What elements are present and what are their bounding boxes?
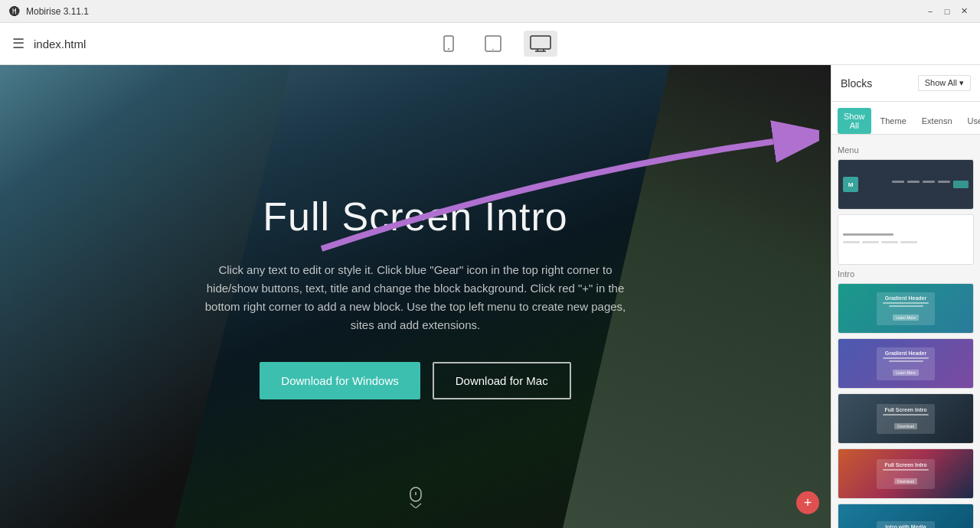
canvas-area: Full Screen Intro Click any text to edit… [0, 65, 831, 528]
panel-header: Blocks Show All ▾ [831, 65, 980, 102]
close-button[interactable]: ✕ [957, 5, 971, 18]
panel-tabs: Show All Theme Extensn User [831, 102, 980, 135]
hero-section: Full Screen Intro Click any text to edit… [0, 65, 831, 528]
toolbar-left: ☰ index.html [12, 35, 86, 52]
app-icon: 🅜 [9, 5, 20, 18]
main-area: Full Screen Intro Click any text to edit… [0, 65, 980, 528]
panel-scroll-area[interactable]: Menu M [831, 135, 980, 528]
app-name: Mobirise 3.11.1 [26, 6, 89, 17]
toolbar: ☰ index.html [0, 23, 980, 65]
intro-block-teal-media[interactable]: Intro with Media ✓ [838, 504, 974, 528]
svg-point-3 [492, 49, 494, 51]
desktop-device-button[interactable] [524, 31, 557, 57]
intro-block-sunset[interactable]: Full Screen Intro Download [838, 448, 974, 499]
tab-theme[interactable]: Theme [874, 108, 913, 134]
download-mac-button[interactable]: Download for Mac [433, 362, 571, 399]
hero-description: Click any text to edit or style it. Clic… [194, 261, 638, 334]
intro-block-gradient-teal[interactable]: Gradient Header Learn More [838, 283, 974, 334]
intro-block-gradient-purple[interactable]: Gradient Header Learn More [838, 338, 974, 389]
file-name: index.html [34, 37, 86, 51]
hero-title: Full Screen Intro [194, 194, 638, 240]
tablet-device-button[interactable] [478, 31, 508, 57]
intro-block-arch[interactable]: Full Screen Intro Download [838, 393, 974, 444]
tablet-icon [484, 35, 502, 52]
download-windows-button[interactable]: Download for Windows [260, 362, 420, 399]
device-switcher [435, 31, 557, 57]
menu-section-label: Menu [838, 145, 974, 155]
svg-point-1 [448, 48, 449, 50]
mobile-device-button[interactable] [435, 31, 462, 57]
svg-rect-4 [531, 36, 550, 49]
show-all-dropdown-button[interactable]: Show All ▾ [918, 75, 971, 91]
hero-content: Full Screen Intro Click any text to edit… [178, 178, 653, 415]
tab-user[interactable]: User [962, 108, 980, 134]
mobile-icon [441, 35, 456, 52]
tab-show-all[interactable]: Show All [838, 108, 871, 134]
intro-section-label: Intro [838, 269, 974, 279]
add-block-button[interactable]: + [796, 491, 819, 514]
title-bar-left: 🅜 Mobirise 3.11.1 [9, 5, 89, 18]
menu-block-light[interactable] [838, 214, 974, 265]
maximize-button[interactable]: □ [940, 5, 954, 18]
blocks-panel: Blocks Show All ▾ Show All Theme Extensn… [831, 65, 980, 528]
title-bar: 🅜 Mobirise 3.11.1 − □ ✕ [0, 0, 980, 23]
hamburger-icon[interactable]: ☰ [12, 35, 24, 52]
window-controls: − □ ✕ [923, 5, 971, 18]
menu-block-dark[interactable]: M [838, 159, 974, 210]
tab-extension[interactable]: Extensn [916, 108, 959, 134]
desktop-icon [530, 35, 551, 52]
hero-buttons: Download for Windows Download for Mac [194, 362, 638, 399]
panel-title: Blocks [841, 77, 872, 90]
minimize-button[interactable]: − [923, 5, 937, 18]
scroll-down-indicator[interactable] [407, 487, 424, 513]
